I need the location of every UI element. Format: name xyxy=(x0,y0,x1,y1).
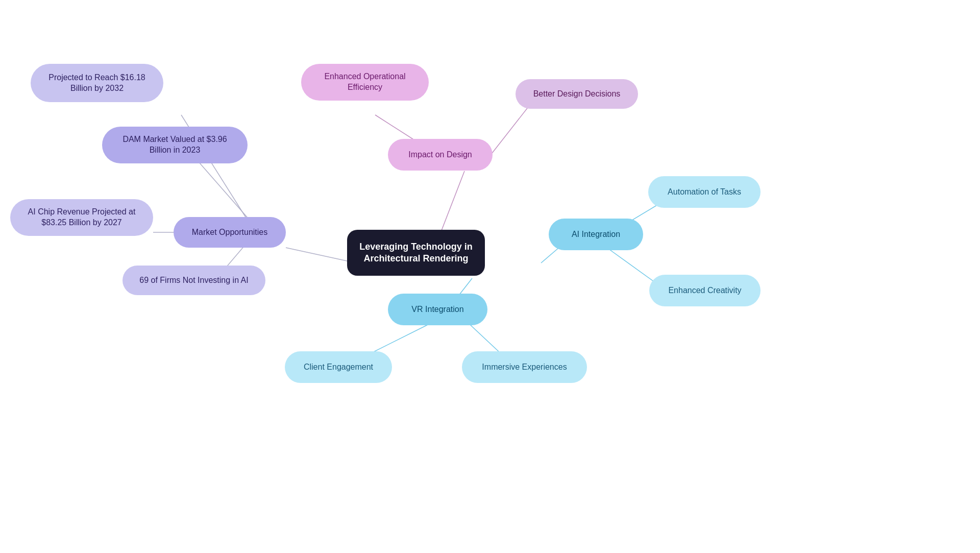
ai-integration-label: AI Integration xyxy=(572,229,620,240)
vr-integration-label: VR Integration xyxy=(411,304,463,315)
enhanced-creativity-label: Enhanced Creativity xyxy=(668,285,741,296)
automation-tasks-label: Automation of Tasks xyxy=(668,187,741,198)
projected-reach-node: Projected to Reach $16.18 Billion by 203… xyxy=(31,64,163,102)
vr-integration-node: VR Integration xyxy=(388,294,487,325)
enhanced-creativity-node: Enhanced Creativity xyxy=(649,275,761,306)
svg-line-9 xyxy=(490,104,531,156)
firms-not-investing-label: 69 of Firms Not Investing in AI xyxy=(139,275,248,286)
client-engagement-node: Client Engagement xyxy=(285,351,392,383)
impact-on-design-label: Impact on Design xyxy=(408,150,472,160)
center-node: Leveraging Technology in Architectural R… xyxy=(347,230,485,276)
client-engagement-label: Client Engagement xyxy=(304,362,373,373)
dam-market-node: DAM Market Valued at $3.96 Billion in 20… xyxy=(102,127,248,163)
immersive-experiences-label: Immersive Experiences xyxy=(482,362,567,373)
center-label: Leveraging Technology in Architectural R… xyxy=(358,241,474,265)
automation-tasks-node: Automation of Tasks xyxy=(648,176,761,208)
market-opportunities-node: Market Opportunities xyxy=(174,217,286,248)
better-design-label: Better Design Decisions xyxy=(533,89,621,100)
immersive-experiences-node: Immersive Experiences xyxy=(462,351,587,383)
market-opportunities-label: Market Opportunities xyxy=(192,227,268,238)
impact-on-design-node: Impact on Design xyxy=(388,139,493,171)
ai-chip-node: AI Chip Revenue Projected at $83.25 Bill… xyxy=(10,199,153,236)
firms-not-investing-node: 69 of Firms Not Investing in AI xyxy=(122,266,265,295)
enhanced-operational-node: Enhanced Operational Efficiency xyxy=(301,64,429,101)
ai-integration-node: AI Integration xyxy=(549,219,643,250)
enhanced-operational-label: Enhanced Operational Efficiency xyxy=(312,71,418,93)
dam-market-label: DAM Market Valued at $3.96 Billion in 20… xyxy=(113,134,236,156)
better-design-node: Better Design Decisions xyxy=(516,79,638,109)
svg-line-2 xyxy=(541,248,559,263)
ai-chip-label: AI Chip Revenue Projected at $83.25 Bill… xyxy=(21,207,142,228)
projected-reach-label: Projected to Reach $16.18 Billion by 203… xyxy=(42,73,152,94)
